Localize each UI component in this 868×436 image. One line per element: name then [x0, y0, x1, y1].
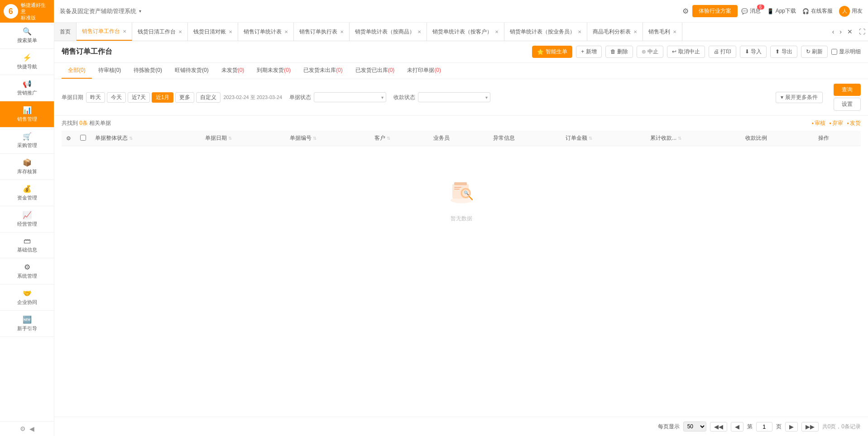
show-detail-input[interactable]	[831, 49, 837, 55]
sidebar-item-search[interactable]: 🔍搜索菜单	[0, 23, 54, 49]
sub-tab-overdue-not-shipped[interactable]: 到期未发货(0)	[250, 63, 297, 79]
date-btn-昨天[interactable]: 昨天	[86, 92, 105, 103]
sidebar-item-guide[interactable]: 🆕新手引导	[0, 311, 54, 337]
query-button[interactable]: 查询	[834, 84, 861, 96]
tab-label-sales-stat-customer: 销货单统计表（按客户）	[432, 28, 492, 36]
message-button[interactable]: 💬 消息 6	[741, 7, 761, 15]
date-btn-近1月[interactable]: 近1月	[152, 92, 174, 103]
settings-icon[interactable]: ⚙	[20, 425, 26, 432]
tab-sales-exec[interactable]: 销售订单执行表✕	[294, 23, 350, 41]
cancel-review-link[interactable]: 弃审	[829, 119, 843, 127]
tab-close-sales-stat[interactable]: ✕	[284, 29, 288, 34]
solution-button[interactable]: 体验行业方案	[692, 5, 738, 17]
sidebar-item-enterprise[interactable]: 🤝企业协同	[0, 284, 54, 311]
sidebar-item-system[interactable]: ⚙系统管理	[0, 258, 54, 284]
sub-tab-all[interactable]: 全部(0)	[62, 63, 92, 79]
print-button[interactable]: 🖨 打印	[709, 46, 736, 58]
th-status-sort[interactable]: 单据整体状态 ⇅	[95, 134, 196, 142]
sidebar-item-basic-info[interactable]: 🗃基础信息	[0, 232, 54, 258]
online-service-button[interactable]: 🎧 在线客服	[802, 7, 833, 15]
tab-scroll-right-icon[interactable]: ›	[837, 28, 844, 35]
review-link[interactable]: 审核	[811, 119, 825, 127]
tab-sales-profit[interactable]: 销售毛利✕	[643, 23, 682, 41]
select-all-checkbox[interactable]	[80, 135, 86, 141]
tab-cash-reconcile[interactable]: 钱货日清对账✕	[188, 23, 238, 41]
next-page-button[interactable]: ▶	[785, 422, 798, 431]
th-number-sort[interactable]: 单据编号 ⇅	[290, 134, 365, 142]
sort-icon-date: ⇅	[228, 136, 232, 141]
receipt-select[interactable]	[418, 92, 490, 102]
tab-home[interactable]: 首页	[54, 23, 77, 41]
tab-close-sales-stat-product[interactable]: ✕	[417, 29, 421, 34]
th-customer-sort[interactable]: 客户 ⇅	[374, 134, 424, 142]
tab-close-cash-reconcile[interactable]: ✕	[229, 29, 232, 34]
date-btn-自定义[interactable]: 自定义	[196, 92, 221, 103]
page-label: 第	[747, 423, 753, 431]
tab-close-sales-stat-staff[interactable]: ✕	[578, 29, 581, 34]
tab-label-sales-stat: 销售订单统计表	[244, 28, 282, 36]
tab-sales-stat-customer[interactable]: 销货单统计表（按客户）✕	[427, 23, 504, 41]
tab-cash-daily[interactable]: 钱货日清工作台✕	[132, 23, 188, 41]
sub-tab-shipped-not-in[interactable]: 已发货未出库(0)	[297, 63, 349, 79]
tab-close-sales-profit[interactable]: ✕	[673, 29, 676, 34]
sub-tab-pending-review[interactable]: 待审核(0)	[92, 63, 128, 79]
sub-tab-pending-inspect[interactable]: 待拣验货(0)	[127, 63, 168, 79]
sidebar-item-marketing[interactable]: 📢营销推广	[0, 75, 54, 101]
tab-scroll-left-icon[interactable]: ‹	[830, 28, 837, 35]
sidebar-item-operation[interactable]: 📈经营管理	[0, 206, 54, 232]
sub-tab-not-shipped[interactable]: 未发货(0)	[215, 63, 251, 79]
export-button[interactable]: ⬆ 导出	[770, 46, 797, 58]
status-select[interactable]	[314, 92, 386, 102]
tab-close-cash-daily[interactable]: ✕	[178, 29, 182, 34]
sidebar-item-finance[interactable]: 💰资金管理	[0, 180, 54, 206]
marketing-icon: 📢	[23, 80, 32, 88]
app-download-button[interactable]: 📱 App下载	[767, 7, 796, 15]
sub-tab-wangpu-pending[interactable]: 旺铺待发货(0)	[168, 63, 215, 79]
date-btn-近7天[interactable]: 近7天	[128, 92, 150, 103]
tab-gross-profit[interactable]: 商品毛利分析表✕	[587, 23, 643, 41]
th-settings[interactable]: ⚙	[62, 131, 76, 146]
sub-tab-shipped-in[interactable]: 已发货已出库(0)	[349, 63, 401, 79]
tab-close-sales-workbench[interactable]: ✕	[123, 29, 126, 34]
sidebar-item-inventory[interactable]: 📦库存核算	[0, 154, 54, 180]
tab-sales-stat[interactable]: 销售订单统计表✕	[238, 23, 294, 41]
settings-gear-icon[interactable]: ⚙	[682, 7, 689, 15]
th-date-sort[interactable]: 单据日期 ⇅	[205, 134, 281, 142]
show-detail-checkbox[interactable]: 显示明细	[831, 48, 861, 56]
refresh-button[interactable]: ↻ 刷新	[801, 46, 828, 58]
th-received-sort[interactable]: 累计收款... ⇅	[650, 134, 736, 142]
tab-close-gross-profit[interactable]: ✕	[633, 29, 637, 34]
page-input[interactable]	[756, 422, 772, 431]
stop-button[interactable]: ⊙ 中止	[637, 46, 663, 58]
topbar-chevron-icon[interactable]: ▾	[139, 9, 141, 14]
prev-page-button[interactable]: ◀	[731, 422, 743, 431]
tab-sales-stat-staff[interactable]: 销货单统计表（按业务员）✕	[504, 23, 587, 41]
tab-close-all-icon[interactable]: ✕	[844, 23, 855, 41]
sidebar-item-purchase[interactable]: 🛒采购管理	[0, 128, 54, 154]
filter-settings-button[interactable]: 设置	[834, 98, 861, 111]
user-menu[interactable]: 人 用友	[839, 6, 863, 17]
tab-close-sales-stat-customer[interactable]: ✕	[495, 29, 499, 34]
date-btn-更多[interactable]: 更多	[175, 92, 194, 103]
last-page-button[interactable]: ▶▶	[801, 422, 819, 431]
add-button[interactable]: + 新增	[576, 46, 601, 58]
sidebar-item-sales[interactable]: 📊销售管理	[0, 101, 54, 128]
tab-maximize-icon[interactable]: ⛶	[856, 23, 868, 41]
th-checkbox[interactable]	[76, 131, 91, 146]
page-size-select[interactable]: 50 20 100	[683, 422, 706, 431]
th-amount-sort[interactable]: 订单金额 ⇅	[566, 134, 641, 142]
tab-sales-workbench[interactable]: 销售订单工作台✕	[77, 23, 132, 41]
expand-filter-button[interactable]: ▾ 展开更多条件	[776, 92, 823, 103]
import-button[interactable]: ⬇ 导入	[740, 46, 767, 58]
delete-button[interactable]: 🗑 删除	[605, 46, 633, 58]
cancel-stop-button[interactable]: ↩ 取消中止	[667, 46, 705, 58]
sidebar-item-quick-nav[interactable]: ⚡快捷导航	[0, 49, 54, 75]
tab-sales-stat-product[interactable]: 销货单统计表（按商品）✕	[350, 23, 427, 41]
smart-generate-button[interactable]: ⭐ 智能生单	[532, 46, 572, 58]
date-btn-今天[interactable]: 今天	[107, 92, 126, 103]
collapse-icon[interactable]: ◀	[29, 425, 34, 432]
sub-tab-not-printed[interactable]: 未打印单据(0)	[401, 63, 447, 79]
first-page-button[interactable]: ◀◀	[710, 422, 727, 431]
ship-link[interactable]: 发货	[847, 119, 861, 127]
tab-close-sales-exec[interactable]: ✕	[340, 29, 344, 34]
